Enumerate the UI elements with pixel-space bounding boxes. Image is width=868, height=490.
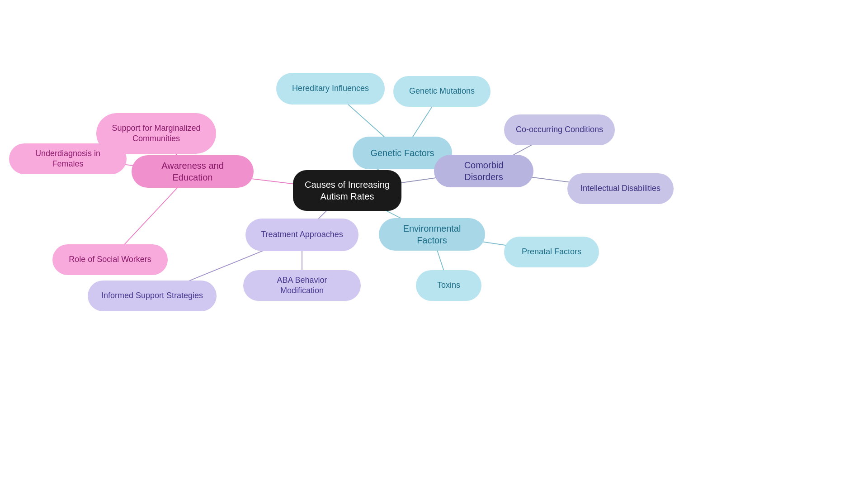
underdiagnosis-node[interactable]: Underdiagnosis in Females <box>9 143 127 174</box>
awareness-education-node[interactable]: Awareness and Education <box>132 155 254 188</box>
aba-behavior-node[interactable]: ABA Behavior Modification <box>243 270 361 301</box>
informed-support-node[interactable]: Informed Support Strategies <box>88 281 217 311</box>
center-node[interactable]: Causes of Increasing Autism Rates <box>293 170 401 211</box>
intellectual-disabilities-node[interactable]: Intellectual Disabilities <box>567 173 674 204</box>
prenatal-factors-node[interactable]: Prenatal Factors <box>504 237 599 267</box>
role-social-workers-node[interactable]: Role of Social Workers <box>52 244 168 275</box>
toxins-node[interactable]: Toxins <box>416 270 481 301</box>
environmental-factors-node[interactable]: Environmental Factors <box>379 218 485 251</box>
co-occurring-conditions-node[interactable]: Co-occurring Conditions <box>504 114 615 145</box>
comorbid-disorders-node[interactable]: Comorbid Disorders <box>434 155 533 187</box>
hereditary-influences-node[interactable]: Hereditary Influences <box>276 73 385 105</box>
genetic-mutations-node[interactable]: Genetic Mutations <box>393 76 491 107</box>
treatment-approaches-node[interactable]: Treatment Approaches <box>245 219 359 251</box>
